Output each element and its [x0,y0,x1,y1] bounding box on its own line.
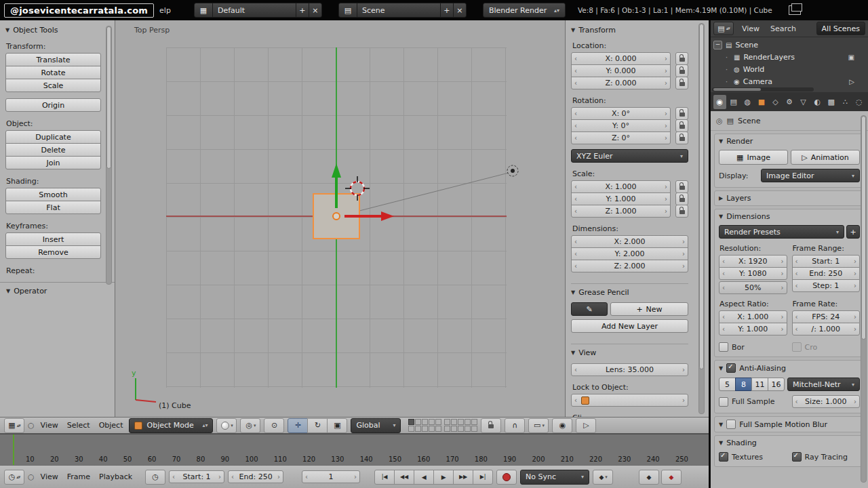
collapse-menus-toggle[interactable]: ○ [28,421,35,430]
editor-type-button[interactable]: ◷ ▴▾ [4,470,24,485]
outliner-horizontal-scrollbar[interactable] [712,87,814,92]
3d-viewport[interactable]: Top Persp y (1) Cube [115,20,565,417]
layers-panel-header[interactable]: ▶ Layers [719,194,860,203]
samples-16-button[interactable]: 16 [768,378,785,391]
layer-toggle[interactable] [458,419,464,425]
frame-end-field[interactable]: End: 250 [792,267,861,280]
view-menu[interactable]: View [38,472,61,481]
use-preview-range-toggle[interactable]: ◷ [145,470,165,485]
scale-button[interactable]: Scale [5,79,101,92]
frame-end-field[interactable]: End: 250 [228,470,283,483]
pivot-point-dropdown[interactable]: ◎ ▾ [240,418,260,433]
tab-constraints[interactable]: ◇ [769,95,782,109]
lock-to-scene-toggle[interactable] [481,418,501,433]
full-sample-checkbox[interactable] [719,397,728,407]
lock-rotation-z[interactable] [675,131,688,144]
scrollbar-thumb[interactable] [713,88,761,91]
anti-aliasing-checkbox[interactable] [726,363,736,373]
lens-field[interactable]: Lens: 35.000 [571,363,688,376]
location-z-field[interactable]: Z: 0.000 [571,77,671,89]
view-menu[interactable]: View [38,421,61,430]
tab-material[interactable]: ◐ [811,95,824,109]
outliner-item-renderlayers[interactable]: · ▦ RenderLayers ▣ [713,51,865,63]
location-x-field[interactable]: X: 0.000 [571,52,671,65]
delete-scene-button[interactable]: × [453,3,467,18]
scale-manipulator-toggle[interactable]: ▣ [327,418,347,433]
play-button[interactable]: ▶ [433,470,454,485]
samples-11-button[interactable]: 11 [751,378,768,391]
timeline-track[interactable]: 1020304050607080901001101201301401501601… [0,434,709,465]
layer-toggle[interactable] [444,419,450,425]
layer-toggle[interactable] [408,426,414,432]
flat-button[interactable]: Flat [5,201,101,214]
layer-toggle[interactable] [422,419,428,425]
fps-field[interactable]: FPS: 24 [792,310,861,323]
aspect-y-field[interactable]: Y: 1.000 [719,323,787,336]
tool-shelf-scrollbar[interactable] [106,26,112,285]
tab-object[interactable]: ■ [755,95,768,109]
layer-toggle[interactable] [435,419,441,425]
collapse-menus-toggle[interactable]: ○ [28,472,35,481]
editor-type-button[interactable]: ▦ ▴▾ [4,418,24,433]
lock-location-y[interactable] [675,64,688,77]
join-button[interactable]: Join [5,156,101,169]
layer-toggle[interactable] [465,426,471,432]
layer-toggle[interactable] [435,426,441,432]
x-axis-manipulator[interactable] [381,211,394,221]
timeline-ruler[interactable]: 1020304050607080901001101201301401501601… [26,455,688,463]
tab-render[interactable]: ◉ [713,95,726,109]
lock-scale-y[interactable] [675,192,688,205]
grease-pencil-new-button[interactable]: + New [610,302,688,316]
scale-z-field[interactable]: Z: 1.000 [571,205,671,218]
origin-button[interactable]: Origin [5,98,101,112]
shading-panel-header[interactable]: ▼ Shading [719,439,860,447]
tab-physics[interactable]: ◌ [852,95,865,109]
frame-start-field[interactable]: Start: 1 [169,470,224,483]
scene-browse-button[interactable]: ▤ [338,3,357,18]
add-new-layer-button[interactable]: Add New Layer [571,319,688,333]
y-axis-manipulator[interactable] [332,163,341,178]
rotation-y-field[interactable]: Y: 0° [571,119,671,132]
keying-set-dropdown[interactable]: ◆ ▾ [593,470,613,485]
delete-keyframe-button[interactable]: ◆ [661,470,682,485]
sync-dropdown[interactable]: No Sync ▾ [520,470,589,485]
snap-element-dropdown[interactable]: ▭ ▾ [528,418,549,433]
current-frame-field[interactable]: 1 [302,470,360,483]
scene-name[interactable]: Scene [357,3,441,18]
samples-8-button[interactable]: 8 [735,378,752,391]
jump-to-start-button[interactable]: |◀ [374,470,395,485]
layer-toggle[interactable] [451,426,457,432]
add-preset-button[interactable]: + [846,225,860,239]
layer-toggle[interactable] [429,419,435,425]
rotate-button[interactable]: Rotate [5,66,101,79]
pivot-align-toggle[interactable]: ⊙ [264,418,284,433]
transform-orientation-dropdown[interactable]: Global ▾ [351,418,401,433]
opengl-render-still-button[interactable]: ◉ [552,418,572,433]
border-checkbox[interactable] [719,342,728,352]
duplicate-button[interactable]: Duplicate [5,130,101,144]
display-dropdown[interactable]: Image Editor ▾ [761,169,860,182]
lock-rotation-y[interactable] [675,119,688,132]
layer-toggle[interactable] [415,426,421,432]
dimensions-x-field[interactable]: X: 2.000 [571,235,688,248]
operator-panel-header[interactable]: ▼ Operator [0,282,115,296]
aa-size-field[interactable]: Size: 1.000 [792,395,861,408]
scale-x-field[interactable]: X: 1.000 [571,180,671,193]
outliner-item-camera[interactable]: · ◉ Camera ▷ [713,75,865,87]
render-presets-dropdown[interactable]: Render Presets ▾ [719,225,844,239]
lock-scale-x[interactable] [675,180,688,193]
opengl-render-anim-button[interactable]: ▷ [576,418,596,433]
tab-world[interactable]: ◍ [741,95,754,109]
dimensions-y-field[interactable]: Y: 2.000 [571,247,688,260]
frame-start-field[interactable]: Start: 1 [792,255,861,268]
layer-toggle[interactable] [415,419,421,425]
rotation-z-field[interactable]: Z: 0° [571,131,671,144]
jump-prev-keyframe-button[interactable]: ◀◀ [394,470,414,485]
layer-toggle[interactable] [458,426,464,432]
motion-blur-checkbox[interactable] [726,420,736,429]
playback-menu[interactable]: Playback [96,472,135,481]
add-screen-layout-button[interactable]: + [296,3,309,18]
rotation-mode-dropdown[interactable]: XYZ Euler ▾ [571,149,688,163]
help-menu-partial[interactable]: elp [159,6,171,15]
resolution-y-field[interactable]: Y: 1080 [719,267,787,280]
